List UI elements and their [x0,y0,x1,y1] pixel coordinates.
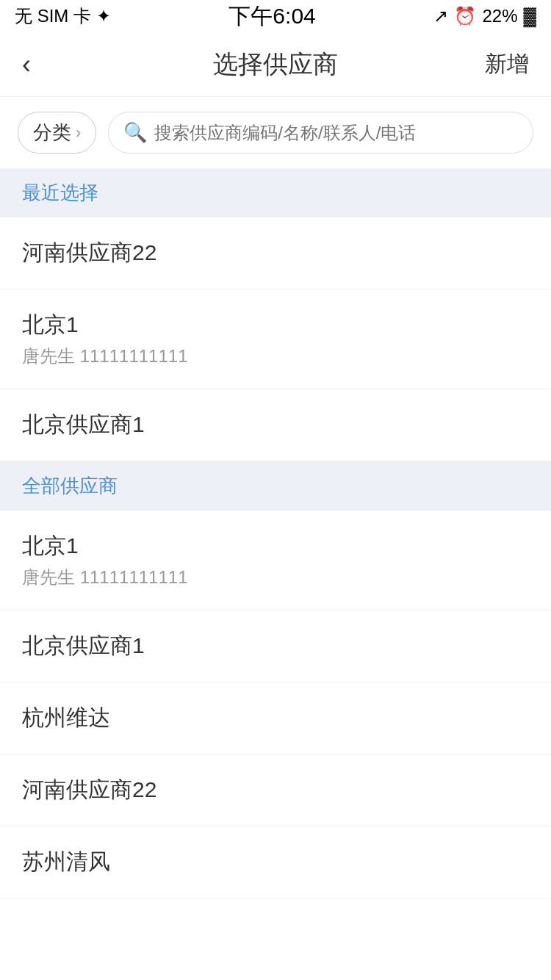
recent-section-header: 最近选择 [0,168,551,217]
item-name: 河南供应商22 [22,775,529,805]
list-item[interactable]: 河南供应商22 [0,754,551,826]
search-box[interactable]: 🔍 [108,112,533,154]
status-bar-right: ↗ ⏰ 22% ▓ [433,6,536,26]
list-item[interactable]: 北京供应商1 [0,389,551,461]
list-item[interactable]: 苏州清风 [0,826,551,898]
back-button[interactable]: ‹ [22,49,81,80]
item-contact: 唐先生 11111111111 [22,566,529,589]
location-icon: ↗ [433,6,448,26]
all-section-label: 全部供应商 [22,475,118,497]
category-label: 分类 [33,120,71,145]
item-name: 杭州维达 [22,703,529,733]
list-item[interactable]: 北京供应商1 [0,610,551,682]
alarm-icon: ⏰ [454,6,476,26]
sim-status: 无 SIM 卡 ✦ [15,4,111,28]
recent-section-label: 最近选择 [22,181,98,203]
battery-level: 22% [482,6,517,26]
item-name: 北京供应商1 [22,631,529,661]
chevron-right-icon: › [76,123,81,143]
search-icon: 🔍 [123,121,147,144]
nav-bar: ‹ 选择供应商 新增 [0,32,551,97]
add-button[interactable]: 新增 [470,49,529,79]
status-bar-left: 无 SIM 卡 ✦ [15,4,111,28]
status-bar-time: 下午6:04 [228,1,315,32]
item-contact: 唐先生 11111111111 [22,345,529,368]
filter-bar: 分类 › 🔍 [0,97,551,168]
list-item[interactable]: 北京1 唐先生 11111111111 [0,511,551,610]
item-name: 河南供应商22 [22,238,529,268]
search-input[interactable] [154,123,518,143]
list-item[interactable]: 北京1 唐先生 11111111111 [0,289,551,389]
item-name: 北京1 [22,310,529,340]
all-items-list: 北京1 唐先生 11111111111 北京供应商1 杭州维达 河南供应商22 … [0,511,551,898]
item-name: 苏州清风 [22,847,529,877]
category-filter-button[interactable]: 分类 › [18,112,96,154]
list-item[interactable]: 杭州维达 [0,682,551,754]
status-bar: 无 SIM 卡 ✦ 下午6:04 ↗ ⏰ 22% ▓ [0,0,551,32]
item-name: 北京1 [22,531,529,561]
battery-icon: ▓ [523,6,536,26]
item-name: 北京供应商1 [22,410,529,440]
page-title: 选择供应商 [81,48,470,82]
recent-items-list: 河南供应商22 北京1 唐先生 11111111111 北京供应商1 [0,217,551,461]
all-section-header: 全部供应商 [0,461,551,511]
list-item[interactable]: 河南供应商22 [0,217,551,289]
